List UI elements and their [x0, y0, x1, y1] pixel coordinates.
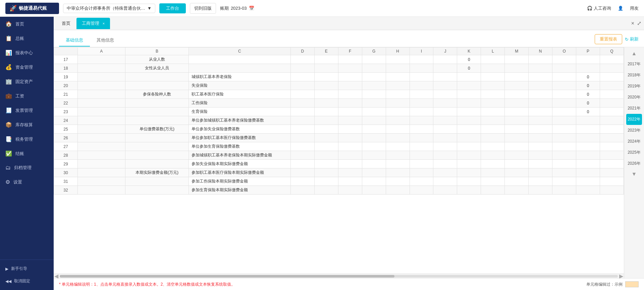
cell-data[interactable] — [314, 90, 338, 99]
table-row[interactable]: 19城镇职工基本养老保险0 — [54, 73, 624, 81]
table-row[interactable]: 22工伤保险0 — [54, 99, 624, 107]
cell-data[interactable] — [290, 151, 314, 160]
cell-data[interactable] — [529, 107, 552, 116]
cell-c[interactable]: 单位参加职工基本医疗保险缴费基数 — [189, 134, 290, 142]
cell-data[interactable] — [362, 64, 386, 73]
table-row[interactable]: 25单位缴费基数(万元)单位参加失业保险缴费基数 — [54, 125, 624, 134]
cell-data[interactable] — [338, 73, 362, 81]
cell-data[interactable] — [433, 160, 457, 168]
cell-data[interactable] — [529, 90, 552, 99]
cell-c[interactable]: 单位参加生育保险缴费基数 — [189, 142, 290, 151]
sidebar-item-archive[interactable]: 🗂 归档管理 — [0, 161, 54, 175]
cell-data[interactable] — [314, 186, 338, 195]
cell-data[interactable] — [314, 81, 338, 90]
cell-q[interactable] — [600, 107, 624, 116]
cell-q[interactable] — [600, 151, 624, 160]
cell-data[interactable] — [314, 116, 338, 125]
sidebar-item-inventory[interactable]: 📦 库存核算 — [0, 118, 54, 132]
cell-data[interactable] — [290, 64, 314, 73]
cell-b[interactable] — [125, 99, 189, 107]
cell-data[interactable] — [481, 168, 505, 177]
cell-data[interactable] — [433, 177, 457, 186]
table-row[interactable]: 26单位参加职工基本医疗保险缴费基数 — [54, 134, 624, 142]
cell-c[interactable]: 单位参加城镇职工基本养老保险缴费基数 — [189, 116, 290, 125]
cell-data[interactable] — [338, 160, 362, 168]
cell-data[interactable] — [505, 64, 529, 73]
cell-q[interactable] — [600, 81, 624, 90]
cell-data[interactable] — [314, 99, 338, 107]
cell-data[interactable] — [505, 116, 529, 125]
cell-p[interactable] — [576, 134, 600, 142]
sidebar-item-settings[interactable]: ⚙ 设置 — [0, 175, 54, 189]
close-tab-button[interactable]: × — [631, 20, 634, 26]
cell-data[interactable] — [362, 160, 386, 168]
cell-data[interactable] — [314, 168, 338, 177]
cell-data[interactable] — [433, 99, 457, 107]
cell-b[interactable]: 单位缴费基数(万元) — [125, 125, 189, 134]
table-row[interactable]: 21参保各险种人数职工基本医疗保险0 — [54, 90, 624, 99]
cell-c[interactable]: 参加失业保险本期实际缴费金额 — [189, 160, 290, 168]
cell-data[interactable] — [386, 99, 410, 107]
tab-home[interactable]: 首页 — [56, 18, 76, 29]
cell-q[interactable] — [600, 134, 624, 142]
cell-data[interactable] — [552, 142, 576, 151]
cell-p[interactable]: 0 — [576, 73, 600, 81]
cell-p[interactable] — [576, 160, 600, 168]
cell-data[interactable] — [290, 90, 314, 99]
cell-p[interactable] — [576, 151, 600, 160]
cell-c[interactable] — [189, 55, 290, 64]
sidebar-item-tax[interactable]: 📑 税务管理 — [0, 132, 54, 146]
table-row[interactable]: 20失业保险0 — [54, 81, 624, 90]
cell-q[interactable] — [600, 142, 624, 151]
cell-k[interactable] — [457, 160, 481, 168]
cell-data[interactable] — [505, 73, 529, 81]
cell-a[interactable] — [77, 90, 125, 99]
cell-p[interactable]: 0 — [576, 107, 600, 116]
cell-data[interactable] — [529, 55, 552, 64]
cell-data[interactable] — [410, 99, 433, 107]
consultant-button[interactable]: 🎧 人工咨询 — [587, 5, 611, 11]
table-row[interactable]: 27单位参加生育保险缴费基数 — [54, 142, 624, 151]
cell-data[interactable] — [481, 177, 505, 186]
cell-data[interactable] — [552, 90, 576, 99]
year-item-2025[interactable]: 2025年 — [626, 147, 642, 158]
cell-data[interactable] — [338, 134, 362, 142]
cell-data[interactable] — [529, 125, 552, 134]
cell-data[interactable] — [290, 177, 314, 186]
cell-data[interactable] — [410, 151, 433, 160]
cell-data[interactable] — [386, 73, 410, 81]
cell-data[interactable] — [386, 81, 410, 90]
cell-data[interactable] — [505, 81, 529, 90]
year-scroll-up[interactable]: ▲ — [624, 49, 644, 59]
cell-data[interactable] — [433, 116, 457, 125]
cell-data[interactable] — [433, 107, 457, 116]
cell-c[interactable]: 参加职工基本医疗保险本期实际缴费金额 — [189, 168, 290, 177]
year-item-2024[interactable]: 2024年 — [626, 136, 642, 147]
cell-data[interactable] — [386, 90, 410, 99]
cell-data[interactable] — [338, 177, 362, 186]
cell-data[interactable] — [290, 116, 314, 125]
year-item-2019[interactable]: 2019年 — [626, 81, 642, 92]
sub-tab-other[interactable]: 其他信息 — [90, 34, 121, 47]
cell-data[interactable] — [362, 125, 386, 134]
cell-q[interactable] — [600, 160, 624, 168]
table-row[interactable]: 17从业人数0 — [54, 55, 624, 64]
cell-data[interactable] — [338, 55, 362, 64]
cell-data[interactable] — [552, 55, 576, 64]
year-item-2020[interactable]: 2020年 — [626, 92, 642, 103]
cell-data[interactable] — [433, 90, 457, 99]
cell-k[interactable] — [457, 142, 481, 151]
cell-data[interactable] — [290, 107, 314, 116]
cell-p[interactable] — [576, 142, 600, 151]
year-scroll-down[interactable]: ▼ — [624, 169, 644, 179]
sidebar-item-invoice[interactable]: 🧾 发票管理 — [0, 103, 54, 118]
cell-data[interactable] — [314, 107, 338, 116]
cell-data[interactable] — [481, 186, 505, 195]
cell-data[interactable] — [505, 90, 529, 99]
cell-data[interactable] — [290, 160, 314, 168]
cell-data[interactable] — [290, 125, 314, 134]
cell-data[interactable] — [481, 134, 505, 142]
cell-data[interactable] — [362, 116, 386, 125]
cell-k[interactable]: 0 — [457, 64, 481, 73]
cell-data[interactable] — [362, 73, 386, 81]
